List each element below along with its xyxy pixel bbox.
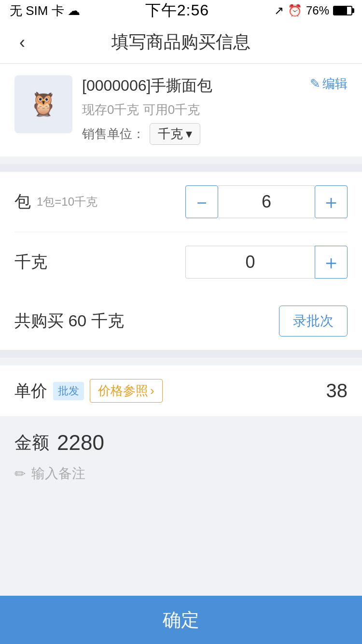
quantity-row-kg: 千克 ＋ [14, 232, 348, 292]
quantity-label-bao: 包 1包=10千克 [14, 191, 97, 213]
price-ref-icon: › [150, 383, 154, 398]
quantity-input-bao[interactable] [218, 185, 315, 218]
record-batch-button[interactable]: 录批次 [279, 306, 348, 336]
price-type-badge: 批发 [53, 382, 84, 400]
product-name: [0000006]手撕面包 [82, 75, 310, 97]
plus-button-kg[interactable]: ＋ [315, 246, 348, 279]
unit-dropdown-icon: ▾ [186, 126, 192, 141]
quantity-input-kg[interactable] [185, 246, 315, 279]
quantity-sub-bao: 1包=10千克 [37, 194, 97, 210]
product-section: 🦉 [0000006]手撕面包 ✎ 编辑 现存0千克 可用0千克 销售单位： 千… [0, 64, 362, 156]
quantity-label-kg: 千克 [14, 251, 47, 273]
status-time: 下午2:56 [145, 0, 209, 21]
product-thumbnail-icon: 🦉 [29, 91, 58, 118]
battery-icon [333, 6, 352, 15]
amount-value: 2280 [57, 431, 104, 455]
alarm-icon: ⏰ [288, 4, 302, 17]
product-unit-row: 销售单位： 千克 ▾ [82, 123, 348, 145]
product-details: [0000006]手撕面包 ✎ 编辑 现存0千克 可用0千克 销售单位： 千克 … [82, 75, 348, 145]
quantity-row-bao: 包 1包=10千克 － ＋ [14, 172, 348, 232]
quantity-controls-bao: － ＋ [185, 185, 348, 218]
location-icon: ↗ [274, 4, 284, 17]
notes-row[interactable]: ✏ 输入备注 [14, 464, 348, 483]
status-left: 无 SIM 卡 ☁ [10, 2, 80, 19]
edit-label: 编辑 [322, 75, 348, 92]
content-area [0, 496, 362, 596]
amount-row: 金额 2280 [14, 431, 348, 455]
notes-placeholder: 输入备注 [31, 464, 85, 483]
price-value: 38 [326, 380, 348, 402]
unit-selector[interactable]: 千克 ▾ [150, 123, 200, 145]
page-title: 填写商品购买信息 [111, 30, 251, 54]
unit-label: 销售单位： [82, 126, 145, 142]
back-button[interactable]: ‹ [14, 28, 30, 57]
amount-label: 金额 [14, 431, 49, 455]
no-sim-label: 无 SIM 卡 ☁ [10, 2, 80, 19]
product-header: [0000006]手撕面包 ✎ 编辑 [82, 75, 348, 97]
price-label: 单价 [14, 380, 47, 402]
total-row: 共购买 60 千克 录批次 [0, 292, 362, 350]
status-bar: 无 SIM 卡 ☁ 下午2:56 ↗ ⏰ 76% [0, 0, 362, 21]
unit-value: 千克 [158, 126, 183, 142]
quantity-section: 包 1包=10千克 － ＋ 千克 ＋ [0, 172, 362, 292]
price-section: 单价 批发 价格参照 › 38 [0, 365, 362, 416]
price-ref-label: 价格参照 [98, 382, 148, 399]
price-row: 单价 批发 价格参照 › 38 [14, 379, 348, 403]
nav-bar: ‹ 填写商品购买信息 [0, 21, 362, 64]
product-stock: 现存0千克 可用0千克 [82, 101, 348, 118]
product-image: 🦉 [14, 75, 72, 133]
battery-label: 76% [306, 4, 329, 17]
quantity-controls-kg: ＋ [185, 246, 348, 279]
divider-1 [0, 164, 362, 172]
price-left: 单价 批发 价格参照 › [14, 379, 163, 403]
quantity-unit-kg: 千克 [14, 251, 47, 273]
quantity-unit-bao: 包 [14, 191, 31, 213]
price-ref-button[interactable]: 价格参照 › [90, 379, 163, 403]
confirm-button[interactable]: 确定 [0, 596, 362, 644]
notes-icon: ✏ [14, 466, 26, 482]
plus-button-bao[interactable]: ＋ [315, 185, 348, 218]
divider-2 [0, 350, 362, 358]
status-right: ↗ ⏰ 76% [274, 4, 352, 17]
battery-fill [334, 7, 347, 14]
edit-button[interactable]: ✎ 编辑 [310, 75, 348, 92]
amount-section: 金额 2280 ✏ 输入备注 [0, 417, 362, 496]
edit-icon: ✎ [310, 76, 320, 91]
minus-button-bao[interactable]: － [185, 185, 218, 218]
total-label: 共购买 60 千克 [14, 310, 124, 332]
